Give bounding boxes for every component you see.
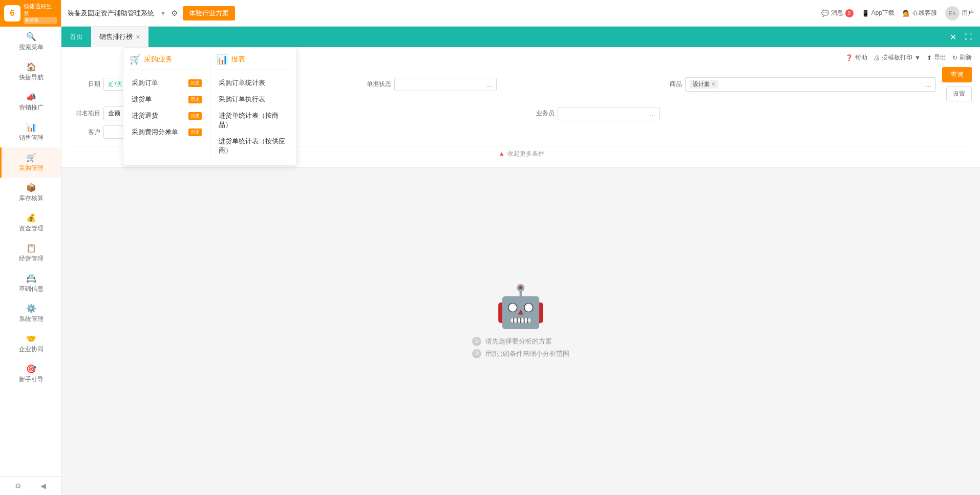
sales-icon: 📊 <box>26 122 36 132</box>
marketing-icon: 📣 <box>26 92 36 102</box>
tab-sales-rank-close[interactable]: ✕ <box>136 34 140 40</box>
service-icon: 💁 <box>903 10 910 17</box>
history-badge-purchase-order: 历史 <box>188 79 202 87</box>
online-service-btn[interactable]: 💁 在线客服 <box>903 9 937 17</box>
sidebar-collapse-btn[interactable]: ◀ <box>40 482 46 490</box>
app-download-btn[interactable]: 📱 App下载 <box>862 9 894 17</box>
content-area: ❓ 帮助 🖨 按模板打印 ▼ ⬆ 导出 ↻ 刷新 <box>61 47 980 495</box>
tabbar: 首页 销售排行榜 ✕ ✕ ⛶ <box>61 27 980 47</box>
message-badge: 9 <box>845 9 854 17</box>
quick-nav-icon: 🏠 <box>26 62 36 72</box>
topbar-gear-btn[interactable]: ⚙ <box>171 9 178 18</box>
sys-title: 装备及固定资产辅助管理系统 <box>68 9 154 18</box>
dropdown-col-purchase: 🛒 采购业务 采购订单 历史 进货单 历史 进货退货 历史 <box>123 54 210 159</box>
sidebar-footer: ⚙ ◀ <box>0 476 61 495</box>
tab-home[interactable]: 首页 <box>61 27 91 47</box>
sidebar-item-enterprise[interactable]: 🤝 企业协同 <box>0 329 61 359</box>
customer-label: 客户 <box>70 128 100 137</box>
user-avatar: Ea <box>945 6 960 20</box>
dropdown-item-purchase-expense[interactable]: 采购费用分摊单 历史 <box>130 124 204 140</box>
dropdown-item-po-stat[interactable]: 采购订单统计表 <box>217 75 291 91</box>
topbar-right: 💬 消息 9 📱 App下载 💁 在线客服 Ea 用户 <box>821 6 974 20</box>
dropdown-item-inbound[interactable]: 进货单 历史 <box>130 91 204 107</box>
dropdown-item-inbound-stat-product[interactable]: 进货单统计表（按商品） <box>217 107 291 133</box>
enterprise-icon: 🤝 <box>26 334 36 343</box>
message-icon: 💬 <box>821 10 829 17</box>
main-area: 装备及固定资产辅助管理系统 ▼ ⚙ 体验行业方案 💬 消息 9 📱 App下载 … <box>61 0 980 495</box>
logo-text: 畅捷通好生意 标准版 <box>24 3 57 24</box>
sidebar-item-marketing[interactable]: 📣 营销推广 <box>0 87 61 117</box>
sidebar-item-sales[interactable]: 📊 销售管理 <box>0 117 61 147</box>
dropdown-item-return-goods[interactable]: 进货退货 历史 <box>130 107 204 124</box>
dropdown-col-reports: 📊 报表 采购订单统计表 采购订单执行表 进货单统计表（按商品） 进货单统计表（… <box>210 54 297 159</box>
dropdown-item-purchase-order[interactable]: 采购订单 历史 <box>130 75 204 91</box>
date-label: 日期 <box>70 80 100 89</box>
dropdown-menu: 🛒 采购业务 采购订单 历史 进货单 历史 进货退货 历史 <box>123 47 297 165</box>
purchase-biz-icon: 🛒 <box>130 54 141 65</box>
sidebar-item-basic[interactable]: 📇 基础信息 <box>0 268 61 298</box>
sidebar-item-quick-nav[interactable]: 🏠 快捷导航 <box>0 57 61 87</box>
sidebar-logo: 6 畅捷通好生意 标准版 <box>0 0 61 27</box>
tabbar-close-btn[interactable]: ✕ <box>950 32 956 42</box>
sidebar-nav: 🔍 搜索菜单 🏠 快捷导航 📣 营销推广 📊 销售管理 🛒 采购管理 📦 库存核… <box>0 27 61 476</box>
basic-icon: 📇 <box>26 273 36 283</box>
sidebar-item-system[interactable]: ⚙️ 系统管理 <box>0 298 61 329</box>
dropdown-item-inbound-stat-supplier[interactable]: 进货单统计表（按供应商） <box>217 133 291 159</box>
dropdown-col-purchase-header: 🛒 采购业务 <box>130 54 204 70</box>
purchase-icon: 🛒 <box>26 153 36 162</box>
sys-dropdown-btn[interactable]: ▼ <box>160 10 166 16</box>
dropdown-col-reports-header: 📊 报表 <box>217 54 291 70</box>
dropdown-overlay: 🛒 采购业务 采购订单 历史 进货单 历史 进货退货 历史 <box>123 47 980 495</box>
guide-icon: 🎯 <box>26 364 36 374</box>
rank-item-label: 排名项目 <box>70 109 100 118</box>
inventory-icon: 📦 <box>26 183 36 192</box>
reports-icon: 📊 <box>217 54 228 65</box>
system-icon: ⚙️ <box>26 304 36 313</box>
app-icon: 📱 <box>862 10 869 17</box>
user-btn[interactable]: Ea 用户 <box>945 6 974 20</box>
purchase-biz-title: 采购业务 <box>144 55 173 64</box>
logo-icon: 6 <box>4 5 20 21</box>
sidebar-settings-btn[interactable]: ⚙ <box>15 482 22 490</box>
sidebar-item-search-menu[interactable]: 🔍 搜索菜单 <box>0 27 61 57</box>
sidebar: 6 畅捷通好生意 标准版 🔍 搜索菜单 🏠 快捷导航 📣 营销推广 📊 销售管理… <box>0 0 61 495</box>
reports-title: 报表 <box>231 55 245 64</box>
sidebar-item-inventory[interactable]: 📦 库存核算 <box>0 178 61 208</box>
sidebar-item-guide[interactable]: 🎯 新手引导 <box>0 359 61 389</box>
dropdown-item-po-exec[interactable]: 采购订单执行表 <box>217 91 291 107</box>
history-badge-expense: 历史 <box>188 128 202 136</box>
rank-item-value: 金额 <box>108 109 120 118</box>
topbar: 装备及固定资产辅助管理系统 ▼ ⚙ 体验行业方案 💬 消息 9 📱 App下载 … <box>61 0 980 27</box>
industry-btn[interactable]: 体验行业方案 <box>183 6 235 20</box>
history-badge-return: 历史 <box>188 112 202 120</box>
operation-icon: 📋 <box>26 243 36 253</box>
finance-icon: 💰 <box>26 213 36 223</box>
tab-sales-rank[interactable]: 销售排行榜 ✕ <box>91 27 148 47</box>
sidebar-item-purchase[interactable]: 🛒 采购管理 <box>0 147 61 178</box>
sidebar-item-finance[interactable]: 💰 资金管理 <box>0 208 61 238</box>
tabbar-expand-btn[interactable]: ⛶ <box>965 33 972 41</box>
sidebar-item-operation[interactable]: 📋 经营管理 <box>0 238 61 268</box>
history-badge-inbound: 历史 <box>188 96 202 103</box>
search-menu-icon: 🔍 <box>26 32 36 41</box>
message-btn[interactable]: 💬 消息 9 <box>821 9 854 17</box>
